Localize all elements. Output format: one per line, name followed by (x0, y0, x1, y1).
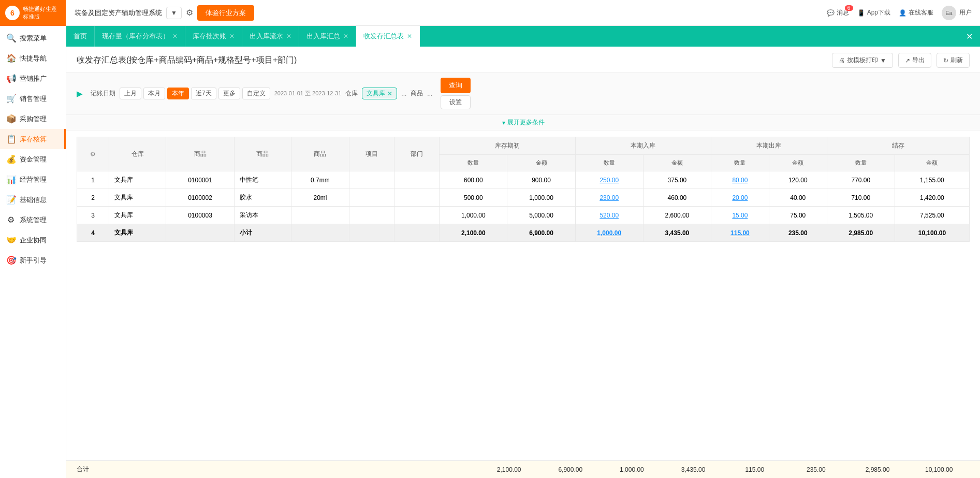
sidebar-item-inventory-audit[interactable]: 📋库存核算 (0, 129, 66, 149)
cell-init-amt-0: 900.00 (507, 171, 575, 189)
expand-conditions-button[interactable]: ▾ 展开更多条件 (502, 118, 545, 127)
sidebar-item-basic-info[interactable]: 📝基础信息 (0, 190, 66, 210)
cell-in-qty-0[interactable]: 250.00 (575, 171, 643, 189)
tab-bar-close-button[interactable]: ✕ (959, 32, 980, 41)
sidebar-item-purchase-mgmt[interactable]: 📦采购管理 (0, 109, 66, 129)
tab-close-2[interactable]: ✕ (229, 33, 235, 40)
warehouse-tag-close-button[interactable]: ✕ (387, 90, 392, 97)
cell-out-qty-3[interactable]: 115.00 (711, 224, 769, 242)
main-content: 首页现存量（库存分布表）✕库存批次账✕出入库流水✕出入库汇总✕收发存汇总表✕✕ … (66, 26, 980, 478)
footer-out-qty: 115.00 (724, 466, 785, 473)
tab-item-3[interactable]: 出入库流水✕ (242, 26, 299, 47)
date-btn-last-month[interactable]: 上月 (120, 88, 141, 99)
sidebar-icon-search: 🔍 (6, 33, 16, 43)
cell-bal-amt-3: 10,100.00 (895, 224, 969, 242)
footer-col-warehouse (110, 466, 171, 473)
cell-no-2: 3 (77, 207, 109, 224)
cell-project-0 (349, 171, 394, 189)
sidebar-item-marketing-promo[interactable]: 📢营销推广 (0, 68, 66, 89)
try-industry-button[interactable]: 体验行业方案 (197, 5, 254, 21)
sidebar-label-marketing-promo: 营销推广 (20, 74, 47, 83)
cell-project-1 (349, 189, 394, 207)
sidebar-label-quick-nav: 快捷导航 (20, 54, 47, 63)
sidebar-item-biz-mgmt[interactable]: 📊经营管理 (0, 169, 66, 190)
refresh-button[interactable]: ↻ 刷新 (937, 53, 970, 68)
sidebar-icon-finance-mgmt: 💰 (6, 154, 16, 164)
tab-item-0[interactable]: 首页 (66, 26, 95, 47)
footer-init-amt: 6,900.00 (539, 466, 601, 473)
cell-bal-amt-0: 1,155.00 (895, 171, 969, 189)
sidebar-item-sys-mgmt[interactable]: ⚙系统管理 (0, 210, 66, 230)
tab-item-1[interactable]: 现存量（库存分布表）✕ (95, 26, 185, 47)
tab-close-5[interactable]: ✕ (407, 33, 412, 40)
tab-item-4[interactable]: 出入库汇总✕ (299, 26, 356, 47)
avatar: Ea (942, 6, 956, 20)
export-button[interactable]: ↗ 导出 (898, 53, 931, 68)
settings-filter-button[interactable]: 设置 (441, 95, 471, 109)
tab-label-0: 首页 (74, 32, 87, 41)
cell-bal-qty-1: 710.00 (827, 189, 895, 207)
date-btn-this-year[interactable]: 本年 (167, 88, 189, 99)
cell-init-qty-0: 600.00 (440, 171, 507, 189)
user-label: 用户 (959, 8, 972, 17)
chevron-down-icon: ▼ (880, 57, 886, 64)
chevron-down-icon: ▾ (502, 119, 505, 126)
app-download-button[interactable]: 📱 App下载 (857, 8, 890, 17)
date-btn-custom[interactable]: 自定义 (242, 88, 270, 99)
th-settings[interactable]: ⚙ (77, 137, 109, 171)
cell-in-qty-2[interactable]: 520.00 (575, 207, 643, 224)
cell-code-1: 0100002 (166, 189, 234, 207)
cell-in-qty-1[interactable]: 230.00 (575, 189, 643, 207)
cell-init-amt-3: 6,900.00 (507, 224, 575, 242)
query-btn-area: 查询 设置 (441, 78, 471, 109)
product-more-button[interactable]: ... (427, 90, 432, 97)
settings-icon[interactable]: ⚙ (186, 8, 193, 18)
system-dropdown-button[interactable]: ▼ (166, 7, 182, 19)
tab-close-4[interactable]: ✕ (343, 33, 348, 40)
tab-close-3[interactable]: ✕ (286, 33, 291, 40)
cell-out-amt-3: 235.00 (769, 224, 827, 242)
date-btn-7days[interactable]: 近7天 (191, 88, 216, 99)
footer-col-code (171, 466, 233, 473)
sidebar-item-sales-mgmt[interactable]: 🛒销售管理 (0, 89, 66, 109)
print-button[interactable]: 🖨 按模板打印 ▼ (832, 53, 893, 68)
date-btn-this-month[interactable]: 本月 (143, 88, 165, 99)
filter-toggle-button[interactable]: ▶ (77, 90, 82, 98)
cell-spec-0: 0.7mm (291, 171, 349, 189)
table-settings-icon[interactable]: ⚙ (90, 151, 96, 158)
cell-dept-1 (394, 189, 440, 207)
table-footer: 合计 2,100.00 6,900.00 1,000.00 3,435.00 1… (66, 460, 980, 478)
service-icon: 👤 (899, 9, 906, 17)
sidebar-icon-purchase-mgmt: 📦 (6, 114, 16, 124)
user-area[interactable]: Ea 用户 (942, 6, 972, 20)
sidebar-item-quick-nav[interactable]: 🏠快捷导航 (0, 48, 66, 68)
cell-in-qty-3[interactable]: 1,000.00 (575, 224, 643, 242)
online-service-button[interactable]: 👤 在线客服 (899, 8, 933, 17)
sidebar-item-newbie-guide[interactable]: 🎯新手引导 (0, 250, 66, 270)
footer-col-dept (417, 466, 478, 473)
sidebar-item-finance-mgmt[interactable]: 💰资金管理 (0, 149, 66, 169)
warehouse-more-button[interactable]: ... (401, 90, 406, 97)
product-label: 商品 (411, 89, 423, 98)
tab-label-5: 收发存汇总表 (363, 32, 404, 41)
expand-conditions-bar: ▾ 展开更多条件 (66, 115, 980, 131)
table-container: ⚙ 仓库 商品 商品 商品 项目 部门 库存期初 本期入库 本期出库 结存 (66, 131, 980, 252)
footer-col-spec (294, 466, 356, 473)
footer-init-qty: 2,100.00 (478, 466, 540, 473)
tab-item-2[interactable]: 库存批次账✕ (185, 26, 242, 47)
sidebar-label-basic-info: 基础信息 (20, 195, 47, 205)
sidebar-item-search[interactable]: 🔍搜索菜单 (0, 28, 66, 48)
sidebar-item-enterprise-collab[interactable]: 🤝企业协同 (0, 230, 66, 250)
query-button[interactable]: 查询 (441, 78, 471, 93)
tab-item-5[interactable]: 收发存汇总表✕ (356, 26, 420, 47)
tab-close-1[interactable]: ✕ (172, 33, 178, 40)
cell-out-qty-0[interactable]: 80.00 (711, 171, 769, 189)
messages-button[interactable]: 💬 消息 6 (827, 8, 849, 17)
date-btn-more[interactable]: 更多 (218, 88, 240, 99)
cell-out-qty-2[interactable]: 15.00 (711, 207, 769, 224)
cell-out-qty-1[interactable]: 20.00 (711, 189, 769, 207)
cell-code-2: 0100003 (166, 207, 234, 224)
date-label: 记账日期 (91, 89, 115, 98)
export-icon: ↗ (905, 57, 910, 64)
th-code: 商品 (166, 137, 234, 171)
